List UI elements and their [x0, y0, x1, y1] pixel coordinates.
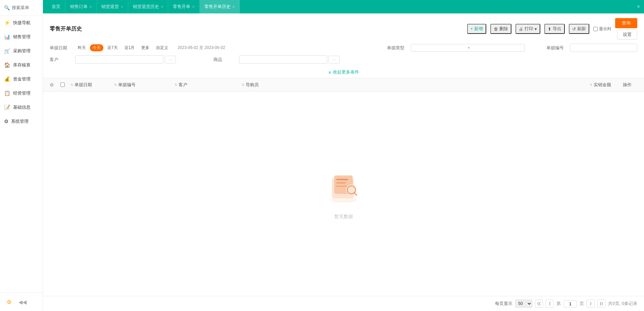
sidebar-item-finance[interactable]: 💰资金管理	[0, 72, 43, 86]
bill-num-label: 单据编号	[546, 45, 565, 51]
date-opt-custom[interactable]: 自定义	[153, 44, 171, 51]
tab-sales-return-history[interactable]: 销货退货历史×	[128, 0, 168, 13]
th-amount: ⇅ 实销金额	[574, 82, 614, 88]
tab-sales-return[interactable]: 销货退货×	[97, 0, 128, 13]
sidebar-item-purchase-mgmt[interactable]: 🛒采购管理	[0, 44, 43, 58]
content-area: 零售开单历史 + 新增 🗑 删除 🖨 打印 ▾ ⬆ 导出	[43, 13, 644, 311]
display-col-label: 显示列	[599, 26, 611, 32]
tab-home[interactable]: 首页	[47, 0, 65, 13]
sort-icon-guide[interactable]: ⇅	[242, 83, 244, 87]
date-opt-yesterday[interactable]: 昨天	[75, 44, 89, 51]
customer-input[interactable]	[75, 55, 163, 64]
finance-icon: 💰	[4, 76, 10, 82]
sidebar-item-label: 快捷导航	[13, 20, 31, 26]
table-settings-icon[interactable]: ⚙	[46, 82, 57, 88]
sidebar-item-label: 库存核算	[13, 62, 31, 68]
first-page-button[interactable]: ⟨⟨	[535, 300, 543, 308]
tab-retail-open[interactable]: 零售开单×	[168, 0, 199, 13]
tab-close-sales-order[interactable]: ×	[90, 5, 92, 9]
sort-icon-date[interactable]: ⇅	[70, 83, 73, 87]
tab-close-sales-return[interactable]: ×	[121, 5, 123, 9]
sort-icon-customer[interactable]: ⇅	[175, 83, 177, 87]
purchase-mgmt-icon: 🛒	[4, 48, 10, 54]
filter-area: 单据日期 昨天今天近7天近1月更多自定义 2023-06-02 至 2023-0…	[50, 44, 637, 78]
inventory-icon: 🏠	[4, 62, 10, 68]
customer-filter-label: 客户	[50, 57, 70, 63]
th-customer: ⇅ 客户	[172, 82, 239, 88]
sidebar-search[interactable]: 🔍 搜索菜单	[0, 0, 43, 16]
query-button[interactable]: 查询	[615, 18, 637, 28]
sidebar-item-operation[interactable]: 📋经营管理	[0, 86, 43, 100]
export-icon: ⬆	[548, 27, 551, 32]
sidebar-search-label: 搜索菜单	[12, 5, 29, 11]
table-select-all[interactable]	[57, 83, 68, 87]
select-all-checkbox[interactable]	[60, 83, 65, 87]
sidebar-item-label: 经营管理	[13, 90, 31, 96]
sidebar-item-basic-info[interactable]: 📝基础信息	[0, 100, 43, 114]
page-title: 零售开单历史	[50, 25, 82, 33]
prev-page-button[interactable]: ⟨	[546, 300, 554, 308]
th-guide: ⇅ 导购员	[239, 82, 279, 88]
goods-input[interactable]	[239, 55, 327, 64]
tab-retail-open-history[interactable]: 零售开单历史×	[200, 0, 240, 13]
sidebar-item-inventory[interactable]: 🏠库存核算	[0, 58, 43, 72]
display-col-checkbox-input[interactable]	[593, 27, 598, 31]
bill-type-select[interactable]: ▾	[411, 44, 525, 52]
print-button[interactable]: 🖨 打印 ▾	[515, 24, 540, 34]
date-opt-more[interactable]: 更多	[139, 44, 152, 51]
collapse-sidebar-button[interactable]: ◀◀	[17, 297, 28, 307]
basic-info-icon: 📝	[4, 104, 10, 110]
bill-num-input[interactable]	[570, 44, 637, 52]
window-close-icon[interactable]: ×	[637, 4, 640, 10]
print-icon: 🖨	[519, 27, 523, 32]
tab-sales-order[interactable]: 销售订单×	[65, 0, 97, 13]
th-num: ⇅ 单据编号	[111, 82, 172, 88]
top-nav: 首页销售订单×销货退货×销货退货历史×零售开单×零售开单历史× ×	[43, 0, 644, 13]
th-action: 操作	[614, 82, 641, 88]
export-button[interactable]: ⬆ 导出	[544, 24, 565, 34]
svg-rect-3	[336, 179, 348, 180]
quick-nav-icon: ⚡	[4, 20, 10, 26]
pagination: 每页显示 50 10 20 100 ⟨⟨ ⟨ 第 页 ⟩ ⟩⟩ 共0页, 0条记…	[43, 296, 644, 311]
sort-icon-amount[interactable]: ⇅	[590, 83, 592, 87]
delete-button[interactable]: 🗑 删除	[490, 24, 511, 34]
sort-icon-num[interactable]: ⇅	[114, 83, 117, 87]
next-page-button[interactable]: ⟩	[587, 300, 595, 308]
tab-close-sales-return-history[interactable]: ×	[161, 5, 163, 9]
goods-dots-button[interactable]: ···	[329, 56, 340, 63]
sidebar-item-label: 资金管理	[13, 76, 31, 82]
settings-button-toolbar[interactable]: 设置	[617, 30, 637, 40]
sidebar-bottom: ⚙ ◀◀	[0, 293, 43, 311]
sidebar-item-label: 销售管理	[13, 34, 31, 40]
per-page-label: 每页显示	[495, 301, 512, 307]
tab-close-retail-open[interactable]: ×	[192, 5, 194, 9]
filter-row-2: 客户 ··· 商品 ···	[50, 55, 637, 64]
per-page-select[interactable]: 50 10 20 100	[515, 300, 532, 308]
last-page-button[interactable]: ⟩⟩	[597, 300, 605, 308]
topnav-right: ×	[637, 4, 640, 10]
refresh-label: 刷新	[577, 26, 586, 32]
date-opt-last1month[interactable]: 近1月	[122, 44, 138, 51]
date-opt-today[interactable]: 今天	[90, 44, 103, 51]
sidebar-item-label: 系统管理	[11, 118, 29, 124]
display-col-checkbox[interactable]: 显示列	[593, 26, 611, 32]
sidebar-item-sys-mgmt[interactable]: ⚙系统管理	[0, 114, 43, 128]
page-label: 页	[580, 301, 584, 307]
customer-dots-button[interactable]: ···	[165, 56, 176, 63]
sidebar-item-quick-nav[interactable]: ⚡快捷导航	[0, 16, 43, 30]
collapse-more-btn[interactable]: ∧ 收起更多条件	[50, 67, 637, 78]
refresh-button[interactable]: ↺ 刷新	[569, 24, 589, 34]
settings-button[interactable]: ⚙	[4, 297, 14, 307]
sales-mgmt-icon: 📊	[4, 34, 10, 40]
sidebar-item-sales-mgmt[interactable]: 📊销售管理	[0, 30, 43, 44]
add-button[interactable]: + 新增	[467, 24, 486, 34]
print-arrow-icon: ▾	[535, 27, 537, 32]
tab-close-retail-open-history[interactable]: ×	[233, 5, 235, 9]
page-num-input[interactable]	[563, 300, 577, 307]
empty-text: 暂无数据	[334, 214, 353, 220]
tab-label-retail-open: 零售开单	[173, 4, 190, 10]
date-opt-last7[interactable]: 近7天	[105, 44, 120, 51]
empty-illustration	[324, 168, 364, 208]
table-header: ⚙ ⇅ 单据日期 ⇅ 单据编号 ⇅ 客户 ⇅ 导购员	[43, 78, 644, 92]
tab-label-retail-open-history: 零售开单历史	[204, 4, 231, 10]
